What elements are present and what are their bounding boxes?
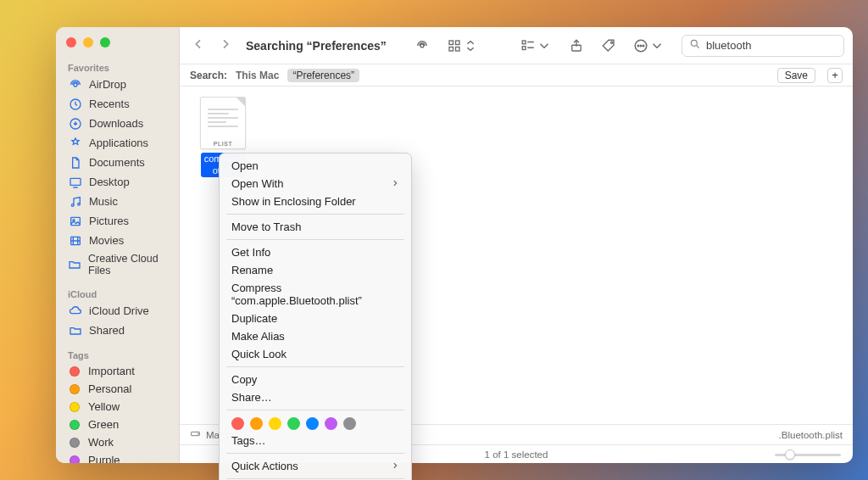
path-segment-file[interactable]: .Bluetooth.plist: [779, 430, 843, 440]
ctx-make-alias[interactable]: Make Alias: [220, 327, 411, 345]
sidebar-item-documents[interactable]: Documents: [61, 153, 174, 172]
action-button[interactable]: [628, 38, 670, 53]
ctx-tag-yellow[interactable]: [269, 417, 281, 430]
airdrop-toolbar-icon[interactable]: [409, 38, 435, 53]
toolbar: Searching “Preferences” ✕: [180, 27, 853, 64]
tag-label: Important: [88, 365, 135, 377]
ctx-tag-gray[interactable]: [343, 417, 356, 430]
ctx-compress[interactable]: Compress “com.apple.Bluetooth.plist”: [220, 279, 411, 310]
svg-point-4: [71, 204, 74, 206]
sidebar-section-favorites-header: Favorites: [56, 59, 179, 75]
ctx-tags[interactable]: Tags…: [220, 432, 411, 449]
sidebar-item-desktop[interactable]: Desktop: [61, 172, 174, 192]
svg-point-5: [77, 203, 80, 205]
ctx-tag-colors: [220, 414, 411, 432]
sidebar-tags-list: Important Personal Yellow Green Work Pur…: [56, 362, 179, 463]
sidebar-item-downloads[interactable]: Downloads: [61, 114, 174, 133]
tag-label: Yellow: [88, 400, 120, 413]
ctx-separator: [226, 478, 404, 479]
search-field[interactable]: ✕: [682, 35, 844, 57]
save-search-button[interactable]: Save: [777, 68, 815, 83]
add-search-criteria-button[interactable]: +: [827, 68, 843, 83]
tag-important[interactable]: Important: [61, 362, 174, 380]
svg-point-21: [643, 45, 644, 47]
search-scope-bar: Search: This Mac “Preferences” Save +: [180, 64, 853, 87]
minimize-window-button[interactable]: [83, 37, 93, 47]
sidebar-item-pictures[interactable]: Pictures: [61, 211, 174, 231]
ctx-open-with[interactable]: Open With: [220, 175, 411, 193]
ctx-rename[interactable]: Rename: [220, 261, 411, 279]
zoom-window-button[interactable]: [100, 37, 110, 47]
tag-dot-icon: [70, 402, 80, 412]
document-icon: [68, 155, 82, 170]
sidebar-item-label: Documents: [89, 156, 145, 169]
group-button[interactable]: [515, 38, 557, 53]
scope-label: Search:: [190, 70, 227, 81]
window-title: Searching “Preferences”: [246, 39, 387, 53]
scope-current-folder[interactable]: “Preferences”: [287, 69, 359, 82]
ctx-move-trash[interactable]: Move to Trash: [220, 218, 411, 236]
ctx-show-enclosing[interactable]: Show in Enclosing Folder: [220, 193, 411, 210]
ctx-tag-orange[interactable]: [250, 417, 263, 430]
tag-dot-icon: [70, 455, 80, 464]
sidebar-item-airdrop[interactable]: AirDrop: [61, 75, 174, 94]
sidebar: Favorites AirDrop Recents Downloads Appl…: [56, 27, 180, 463]
close-window-button[interactable]: [66, 37, 76, 47]
tag-purple[interactable]: Purple: [61, 451, 174, 463]
sidebar-item-recents[interactable]: Recents: [61, 94, 174, 114]
file-type-label: PLIST: [201, 141, 245, 147]
sidebar-item-label: Downloads: [89, 117, 143, 130]
tag-yellow[interactable]: Yellow: [61, 398, 174, 416]
ctx-quick-actions[interactable]: Quick Actions: [220, 457, 411, 475]
ctx-tag-red[interactable]: [231, 417, 244, 430]
sidebar-item-iclouddrive[interactable]: iCloud Drive: [61, 301, 174, 321]
finder-window: Favorites AirDrop Recents Downloads Appl…: [56, 27, 853, 463]
svg-point-22: [691, 40, 697, 46]
svg-rect-6: [70, 217, 80, 225]
desktop-icon: [68, 175, 82, 189]
svg-point-24: [198, 433, 198, 434]
back-button[interactable]: [188, 37, 209, 53]
view-icons-button[interactable]: [442, 38, 483, 53]
svg-rect-14: [522, 41, 526, 44]
download-icon: [68, 116, 82, 131]
ctx-tag-green[interactable]: [287, 417, 300, 430]
search-input[interactable]: [706, 39, 849, 52]
forward-button[interactable]: [215, 37, 236, 53]
sidebar-item-label: Music: [89, 195, 118, 208]
ctx-duplicate[interactable]: Duplicate: [220, 310, 411, 327]
folder-icon: [68, 323, 82, 338]
share-button[interactable]: [564, 38, 589, 53]
tag-label: Purple: [88, 454, 120, 463]
tag-label: Personal: [88, 382, 131, 395]
image-icon: [68, 214, 82, 228]
sidebar-item-applications[interactable]: Applications: [61, 133, 174, 153]
cloud-icon: [68, 304, 82, 318]
ctx-open[interactable]: Open: [220, 157, 411, 175]
tag-label: Green: [88, 418, 119, 431]
tag-work[interactable]: Work: [61, 433, 174, 451]
chevron-right-icon: [391, 177, 399, 190]
icon-size-slider[interactable]: [775, 449, 841, 460]
scope-this-mac[interactable]: This Mac: [236, 70, 279, 81]
sidebar-item-movies[interactable]: Movies: [61, 231, 174, 250]
ctx-share[interactable]: Share…: [220, 388, 411, 406]
ctx-tag-purple[interactable]: [325, 417, 337, 430]
ctx-get-info[interactable]: Get Info: [220, 243, 411, 261]
tag-dot-icon: [70, 420, 80, 430]
tags-toolbar-button[interactable]: [596, 38, 621, 53]
sidebar-item-music[interactable]: Music: [61, 192, 174, 211]
ctx-quick-look[interactable]: Quick Look: [220, 345, 411, 363]
music-icon: [68, 194, 82, 209]
svg-point-9: [420, 44, 424, 47]
tag-green[interactable]: Green: [61, 416, 174, 433]
svg-rect-15: [522, 46, 526, 49]
tag-personal[interactable]: Personal: [61, 380, 174, 398]
svg-rect-12: [449, 47, 453, 51]
sidebar-item-ccfiles[interactable]: Creative Cloud Files: [61, 250, 174, 279]
sidebar-item-label: Shared: [89, 324, 125, 337]
tag-dot-icon: [70, 366, 80, 377]
sidebar-item-shared[interactable]: Shared: [61, 321, 174, 340]
ctx-copy[interactable]: Copy: [220, 371, 411, 388]
ctx-tag-blue[interactable]: [306, 417, 319, 430]
